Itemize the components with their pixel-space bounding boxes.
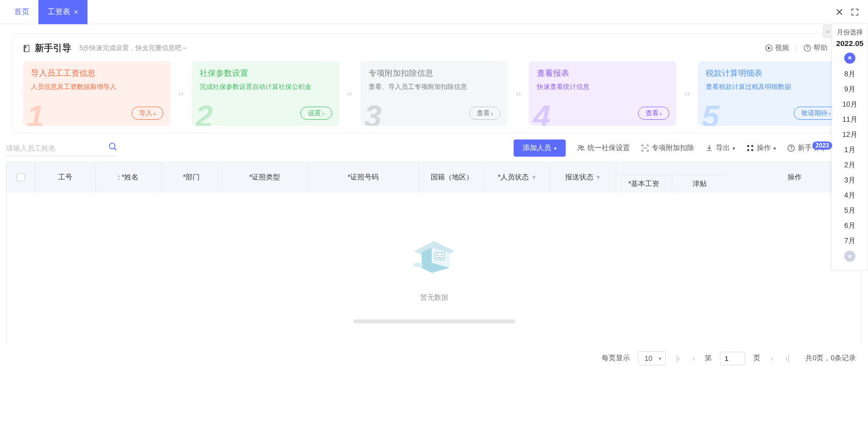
guide-title: 新手引导 (23, 42, 71, 54)
close-icon[interactable]: ✕ (73, 9, 78, 16)
chevron-down-icon: ▾ (659, 356, 661, 361)
next-page-button[interactable]: › (768, 354, 775, 362)
step-title: 税款计算明细表 (706, 68, 837, 79)
step-card-3: 专项附加扣除信息 查看、导入员工专项附加扣除信息 3 查看› (360, 61, 508, 126)
step-view-button[interactable]: 查看› (469, 107, 500, 120)
month-item[interactable]: 12月 (832, 127, 867, 143)
page-input[interactable] (720, 352, 745, 365)
month-item[interactable]: 3月 (832, 173, 867, 188)
step-title: 导入员工工资信息 (31, 68, 162, 79)
export-link[interactable]: 导出 ▾ (705, 144, 735, 153)
chevron-right-icon: ›› (676, 61, 698, 126)
per-page-label: 每页显示 (602, 354, 630, 363)
close-dialog-icon[interactable]: ✕ (835, 6, 844, 18)
step-number: 1 (27, 101, 44, 126)
tab-payroll[interactable]: 工资表 ✕ (38, 0, 87, 24)
divider: | (795, 44, 797, 52)
chevron-right-icon: › (153, 110, 155, 117)
step-number: 5 (702, 101, 719, 126)
col-cert-no[interactable]: *证照号码 (308, 162, 419, 193)
month-panel-title: 月份选择 (837, 27, 863, 39)
col-salary-group: *基本工资 津贴 (616, 162, 727, 193)
month-item[interactable]: 10月 (832, 97, 867, 112)
users-icon (577, 144, 585, 152)
month-current: 2022.05 (836, 39, 863, 48)
month-item[interactable]: 4月 (832, 188, 867, 203)
col-name[interactable]: ▴▾ *姓名 (96, 162, 161, 193)
add-person-button[interactable]: 添加人员 ▾ (514, 139, 566, 157)
filter-icon[interactable]: ▼ (531, 174, 537, 181)
col-base-salary[interactable]: *基本工资 (616, 175, 672, 193)
book-icon (23, 43, 31, 54)
chevron-down-icon: ▾ (554, 146, 557, 151)
step-import-button[interactable]: 导入› (131, 107, 163, 120)
scan-icon (641, 144, 649, 152)
export-icon (705, 144, 713, 152)
svg-point-3 (579, 146, 581, 148)
step-card-2: 社保参数设置 完成社保参数设置自动计算社保公积金 2 设置› (192, 61, 339, 126)
col-allowance[interactable]: 津贴 (672, 175, 728, 193)
svg-rect-7 (747, 149, 749, 151)
tab-home[interactable]: 首页 (5, 0, 38, 24)
step-settings-button[interactable]: 设置› (300, 107, 332, 120)
month-item[interactable]: 1月 (832, 143, 867, 158)
col-nationality[interactable]: 国籍（地区） (419, 162, 485, 193)
table-header: 工号 ▴▾ *姓名 *部门 *证照类型 *证照号码 国籍（地区） *人员状态 ▼… (7, 162, 861, 193)
col-report-status[interactable]: 报送状态 ▼ (551, 162, 616, 193)
col-cert-type[interactable]: *证照类型 (222, 162, 308, 193)
step-desc: 完成社保参数设置自动计算社保公积金 (200, 82, 331, 92)
search-input[interactable] (6, 144, 108, 152)
step-report-button[interactable]: 查看› (638, 107, 669, 120)
step-desc: 快速查看统计信息 (537, 82, 668, 92)
special-deduction-link[interactable]: 专项附加扣除 (641, 144, 694, 153)
month-item[interactable]: 8月 (832, 67, 867, 82)
step-desc: 人员信息及工资数据新增导入 (31, 82, 162, 92)
guide-steps: 导入员工工资信息 人员信息及工资数据新增导入 1 导入› ›› 社保参数设置 完… (23, 61, 845, 126)
video-link[interactable]: 视频 (765, 43, 789, 53)
svg-rect-10 (435, 253, 444, 260)
month-item[interactable]: 7月 (832, 233, 867, 249)
col-dept[interactable]: *部门 (161, 162, 222, 193)
step-card-1: 导入员工工资信息 人员信息及工资数据新增导入 1 导入› (23, 61, 170, 126)
step-title: 查看报表 (537, 68, 668, 79)
select-all-checkbox[interactable] (17, 173, 25, 181)
first-page-button[interactable]: |‹ (674, 354, 682, 362)
svg-point-4 (581, 146, 583, 148)
step-desc: 查看税款计算过程及明细数据 (706, 82, 837, 92)
month-item[interactable]: 2月 (832, 158, 867, 173)
page-summary: 共0页，0条记录 (805, 354, 856, 363)
social-settings-link[interactable]: 统一社保设置 (577, 144, 630, 153)
page-prefix: 第 (705, 354, 712, 363)
search-field (6, 140, 117, 156)
scroll-up-button[interactable] (844, 53, 855, 64)
help-link[interactable]: 帮助 (803, 43, 828, 53)
play-circle-icon (765, 44, 773, 52)
collapse-icon[interactable]: ›› (823, 25, 832, 38)
fullscreen-icon[interactable] (851, 8, 859, 16)
select-all-cell (7, 162, 35, 193)
step-desc: 查看、导入员工专项附加扣除信息 (369, 82, 500, 92)
filter-icon[interactable]: ▼ (596, 174, 602, 181)
prev-page-button[interactable]: ‹ (691, 354, 697, 362)
empty-state-icon (404, 223, 465, 279)
step-card-5: 税款计算明细表 查看税款计算过程及明细数据 5 敬请期待› (698, 61, 845, 126)
sort-icon[interactable]: ▴▾ (118, 174, 120, 181)
chevron-right-icon: ›› (170, 61, 192, 126)
search-icon[interactable] (108, 142, 117, 154)
operate-link[interactable]: 操作 ▾ (746, 144, 776, 153)
horizontal-scrollbar[interactable] (353, 319, 515, 323)
month-panel: ›› 月份选择 2022.05 8月 9月 10月 11月 12月 2023 1… (832, 23, 868, 270)
col-id[interactable]: 工号 (35, 162, 96, 193)
month-item[interactable]: 6月 (832, 218, 867, 233)
last-page-button[interactable]: ›| (783, 354, 791, 362)
scroll-down-button[interactable] (844, 251, 855, 262)
col-status[interactable]: *人员状态 ▼ (485, 162, 551, 193)
month-item[interactable]: 9月 (832, 82, 867, 97)
page-size-select[interactable]: 10 ▾ (638, 351, 666, 365)
svg-rect-8 (751, 149, 753, 151)
month-item[interactable]: 11月 (832, 112, 867, 127)
empty-text: 暂无数据 (420, 293, 448, 302)
step-card-4: 查看报表 快速查看统计信息 4 查看› (529, 61, 676, 126)
month-item[interactable]: 5月 (832, 203, 867, 218)
step-number: 4 (533, 101, 550, 126)
